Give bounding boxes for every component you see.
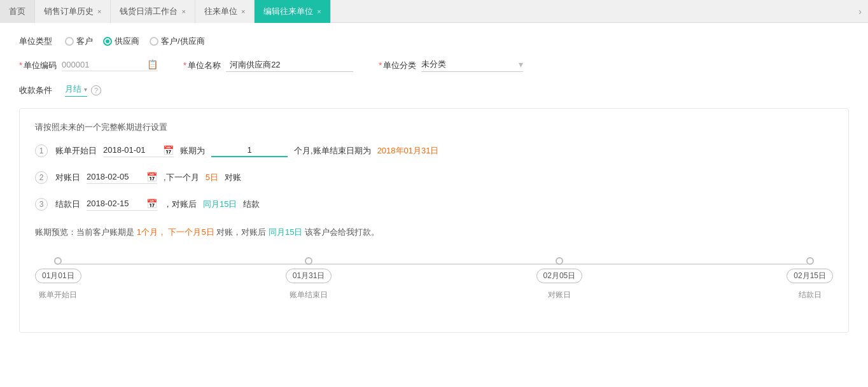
payment-condition-value: 月结 [65,83,81,95]
radio-customer[interactable]: 客户 [65,36,93,47]
unit-category-arrow[interactable]: ▾ [519,59,523,69]
timeline-label-0: 账单开始日 [39,290,77,300]
tab-edit-partner-close[interactable]: × [317,8,321,15]
unit-category-label: *单位分类 [379,60,416,71]
payment-cal-icon[interactable]: 📅 [146,199,157,209]
radio-both[interactable]: 客户/供应商 [150,36,205,47]
page-content: 单位类型 客户 供应商 客户/供应商 *单位编码 📋 [0,23,868,387]
row-num-3: 3 [35,198,48,211]
settings-section: 请按照未来的一个完整帐期进行设置 1 账单开始日 📅 账期为 个月,账单结束日期… [19,108,849,333]
tab-edit-partner-label: 编辑往来单位 [263,6,313,17]
tab-sales-order-history-label: 销售订单历史 [44,6,94,17]
preview-label: 账期预览：当前客户账期是 [35,227,134,237]
period-prefix: 账期为 [180,145,205,157]
reconcile-date-input[interactable] [87,172,144,181]
timeline-point-0: 01月01日 账单开始日 [35,257,81,300]
payment-day-highlight: 同月15日 [203,199,237,210]
row-num-2: 2 [35,171,48,184]
timeline-badge-0: 01月01日 [35,269,81,283]
payment-condition-dropdown-icon[interactable]: ▾ [84,86,87,93]
reconcile-label: 对账日 [55,172,80,183]
reconcile-date-wrapper: 📅 [87,172,157,184]
reconcile-suffix: 对账 [225,172,241,183]
row-3-content: 结款日 📅 ，对账后 同月15日 结款 [55,199,260,211]
timeline-point-2: 02月05日 对账日 [536,257,583,300]
timeline-point-3: 02月15日 结款日 [787,257,833,300]
tab-partner-unit-close[interactable]: × [241,8,245,15]
radio-both-circle [150,37,158,46]
tab-cash-work[interactable]: 钱货日清工作台 × [111,0,195,23]
tab-sales-order-history-close[interactable]: × [97,8,101,15]
row-start-date: 1 账单开始日 📅 账期为 个月,账单结束日期为 2018年01月31日 [35,144,833,157]
unit-type-label: 单位类型 [19,36,52,47]
timeline-point-1: 01月31日 账单结束日 [286,257,332,300]
preview-p2: 下一个月5日 [168,227,214,237]
radio-supplier[interactable]: 供应商 [103,36,139,47]
payment-date-input[interactable] [87,199,144,208]
unit-code-group: *单位编码 📋 [19,59,158,71]
tab-cash-work-label: 钱货日清工作台 [120,6,178,17]
unit-code-input[interactable] [62,60,144,69]
period-input[interactable] [211,145,288,155]
timeline-label-2: 对账日 [548,290,571,300]
timeline-badge-2: 02月05日 [536,269,583,283]
preview-p4: 同月15日 [269,227,302,237]
timeline-dot-3 [806,257,814,265]
timeline-label-1: 账单结束日 [290,290,328,300]
preview-text: 账期预览：当前客户账期是 1个月， 下一个月5日 对账，对账后 同月15日 该客… [35,225,833,239]
end-date-highlight: 2018年01月31日 [377,145,439,157]
unit-type-radio-group: 客户 供应商 客户/供应商 [65,36,205,47]
reconcile-cal-icon[interactable]: 📅 [146,172,157,182]
payment-date-label: 结款日 [55,199,80,210]
radio-customer-circle [65,37,74,46]
timeline-dot-0 [54,257,62,265]
timeline-badge-1: 01月31日 [286,269,332,283]
payment-date-wrapper: 📅 [87,199,157,211]
unit-name-input[interactable] [226,59,353,72]
timeline-dot-1 [305,257,312,265]
tab-scroll-arrow[interactable]: › [852,6,868,17]
preview-p3: 对账，对账后 [216,227,266,237]
payment-suffix: 结款 [243,199,260,210]
start-date-cal-icon[interactable]: 📅 [163,145,174,155]
unit-name-label: *单位名称 [183,60,221,71]
period-suffix-1: 个月,账单结束日期为 [294,145,371,157]
timeline: 01月01日 账单开始日 01月31日 账单结束日 02月05日 对账日 02月… [35,251,833,320]
timeline-badge-3: 02月15日 [787,269,833,283]
radio-supplier-label: 供应商 [115,36,139,47]
help-icon[interactable]: ? [91,85,101,95]
row-num-1: 1 [35,144,48,157]
start-date-input-wrapper: 📅 [103,145,174,157]
reconcile-day-highlight: 5日 [206,172,218,183]
radio-supplier-circle [103,37,112,46]
row-reconcile-date: 2 对账日 📅 ,下一个月5日 对账 [35,171,833,184]
unit-type-row: 单位类型 客户 供应商 客户/供应商 [19,36,849,47]
tab-partner-unit[interactable]: 往来单位 × [195,0,255,23]
unit-category-value: 未分类 [421,59,515,70]
tab-home-label: 首页 [9,6,25,17]
start-date-input[interactable] [103,145,160,155]
unit-info-row: *单位编码 📋 *单位名称 *单位分类 未分类 ▾ [19,59,849,72]
tab-bar: 首页 销售订单历史 × 钱货日清工作台 × 往来单位 × 编辑往来单位 × › [0,0,868,23]
tab-edit-partner[interactable]: 编辑往来单位 × [255,0,330,23]
tab-cash-work-close[interactable]: × [181,8,185,15]
tab-home[interactable]: 首页 [0,0,35,23]
preview-p5-text: 该客户会给我打款。 [305,227,379,237]
section-title: 请按照未来的一个完整帐期进行设置 [35,122,833,133]
timeline-points: 01月01日 账单开始日 01月31日 账单结束日 02月05日 对账日 02月… [35,257,833,300]
tab-partner-unit-label: 往来单位 [204,6,237,17]
timeline-dot-2 [556,257,563,265]
payment-condition-select[interactable]: 月结 ▾ [65,83,87,97]
preview-p1: 1个月， [137,227,166,237]
row-payment-date: 3 结款日 📅 ，对账后 同月15日 结款 [35,198,833,211]
payment-prefix: ，对账后 [164,199,197,210]
row-1-content: 账单开始日 📅 账期为 个月,账单结束日期为 2018年01月31日 [55,145,438,157]
unit-name-group: *单位名称 [183,59,353,72]
unit-category-group: *单位分类 未分类 ▾ [379,59,523,72]
timeline-label-3: 结款日 [799,290,822,300]
unit-code-book-icon[interactable]: 📋 [147,59,158,69]
radio-both-label: 客户/供应商 [161,36,205,47]
payment-condition-row: 收款条件 月结 ▾ ? [19,83,849,97]
tab-sales-order-history[interactable]: 销售订单历史 × [35,0,111,23]
unit-code-input-wrapper: 📋 [62,59,158,71]
